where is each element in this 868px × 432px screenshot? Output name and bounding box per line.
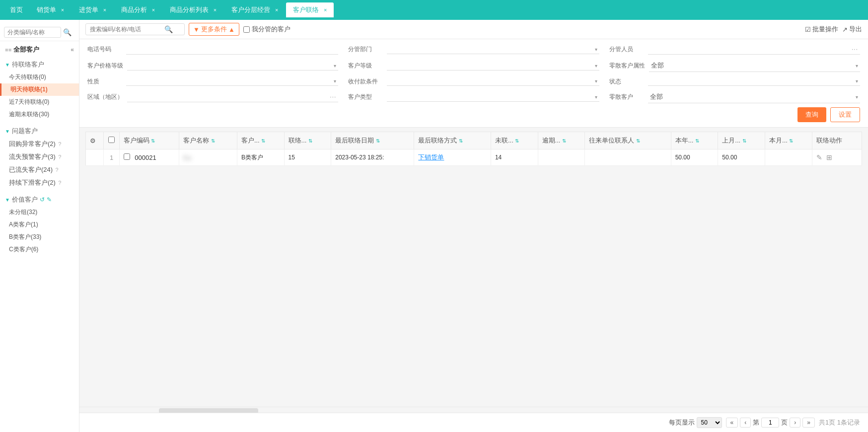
nav-item-customer-contact[interactable]: 客户联络 × xyxy=(286,2,334,17)
action-icons: ✎ ⊞ xyxy=(816,153,858,161)
sidebar-search-icon[interactable]: 🔍 xyxy=(63,28,72,36)
filter-select-customer-type[interactable]: ▾ xyxy=(387,93,599,102)
sidebar-group-value-title[interactable]: ▼ 价值客户 ↺ ✎ xyxy=(0,193,79,206)
nav-item-salesorder[interactable]: 销货单 × xyxy=(30,2,71,17)
arrow-icon-clevel: ▾ xyxy=(595,63,597,69)
nav-item-purchaseorder[interactable]: 进货单 × xyxy=(72,2,113,17)
filter-select-payment[interactable]: ▾ xyxy=(387,77,599,86)
sidebar-search-input[interactable] xyxy=(4,27,61,38)
page-size-select[interactable]: 50 10 20 100 xyxy=(697,417,722,428)
value-edit-icon[interactable]: ✎ xyxy=(47,196,52,203)
sidebar-item-today[interactable]: 今天待联络(0) xyxy=(0,71,79,83)
th-last-month[interactable]: 上月... ⇅ xyxy=(718,132,765,149)
sidebar-group-problem-title[interactable]: ▼ 问题客户 xyxy=(0,125,79,138)
sidebar-item-churned[interactable]: 已流失客户(24) ? xyxy=(0,163,79,176)
th-last-method[interactable]: 最后联络方式 ⇅ xyxy=(414,132,491,149)
th-overdue[interactable]: 逾期... ⇅ xyxy=(538,132,585,149)
filter-row-status: 状态 ▾ xyxy=(609,77,860,86)
filter-select-nature[interactable]: ▾ xyxy=(126,77,338,86)
sidebar-item-a-class[interactable]: A类客户(1) xyxy=(0,218,79,231)
nav-home[interactable]: 首页 xyxy=(4,2,29,17)
th-last-date[interactable]: 最后联络日期 ⇅ xyxy=(331,132,414,149)
first-page-btn[interactable]: « xyxy=(726,418,738,428)
nav-close-customer-contact[interactable]: × xyxy=(324,7,327,13)
td-last-date: 2023-05-23 18:25: xyxy=(331,149,414,166)
row-checkbox[interactable] xyxy=(124,153,130,160)
td-last-method: 下销货单 xyxy=(414,149,491,166)
help-icon-1[interactable]: ? xyxy=(58,154,61,160)
sidebar-collapse-icon[interactable]: « xyxy=(71,46,74,53)
export-btn[interactable]: ↗ 导出 xyxy=(842,25,862,34)
search-input[interactable] xyxy=(90,26,164,33)
help-icon-2[interactable]: ? xyxy=(55,167,58,173)
filter-select-customer-level[interactable]: ▾ xyxy=(387,62,599,71)
my-customers-checkbox[interactable] xyxy=(243,26,250,33)
filter-select-manager[interactable]: ··· xyxy=(648,44,860,55)
nav-close-analysis-list[interactable]: × xyxy=(214,7,217,13)
dots-icon-region: ··· xyxy=(330,93,336,100)
value-refresh-icon[interactable]: ↺ xyxy=(40,196,45,203)
search-icon[interactable]: 🔍 xyxy=(164,25,173,33)
th-this-year[interactable]: 本年... ⇅ xyxy=(671,132,718,149)
table-wrap: ⚙ 客户编码 ⇅ 客户名称 ⇅ xyxy=(79,128,868,407)
th-this-month[interactable]: 本月... ⇅ xyxy=(765,132,812,149)
arrow-icon-retail-attr: ▾ xyxy=(856,63,858,69)
grid-action-icon[interactable]: ⊞ xyxy=(826,153,832,161)
nav-item-analysis-list[interactable]: 商品分析列表 × xyxy=(163,2,223,17)
sidebar-item-b-class[interactable]: B类客户(33) xyxy=(0,231,79,243)
sidebar-item-churn-warning[interactable]: 流失预警客户(3) ? xyxy=(0,150,79,163)
help-icon-0[interactable]: ? xyxy=(58,141,61,147)
last-method-link[interactable]: 下销货单 xyxy=(418,153,444,161)
query-btn[interactable]: 查询 xyxy=(797,107,826,122)
sidebar-item-declining[interactable]: 持续下滑客户(2) ? xyxy=(0,176,79,189)
td-this-month xyxy=(765,149,812,166)
sidebar-item-7days[interactable]: 近7天待联络(0) xyxy=(0,96,79,108)
arrow-icon-nature: ▾ xyxy=(334,78,336,84)
th-type[interactable]: 客户... ⇅ xyxy=(237,132,284,149)
td-checkbox: 000021 xyxy=(120,149,179,166)
page-input[interactable] xyxy=(761,418,779,428)
select-all-checkbox[interactable] xyxy=(108,137,115,143)
filter-select-dept[interactable]: ▾ xyxy=(387,45,599,54)
nav-close-purchaseorder[interactable]: × xyxy=(103,7,106,13)
settings-icon[interactable]: ⚙ xyxy=(90,137,96,144)
filter-select-region[interactable]: ··· xyxy=(127,92,338,102)
table-row: 1 000021 Ea B类客户 15 2023-05-23 18:25: xyxy=(86,149,862,166)
sidebar-all-customers[interactable]: ■■ 全部客户 « xyxy=(0,41,79,56)
th-unit-contact[interactable]: 往来单位联系人 ⇅ xyxy=(585,132,671,149)
nav-close-salesorder[interactable]: × xyxy=(61,7,64,13)
filter-select-retail-attr[interactable]: 全部 ▾ xyxy=(649,60,860,72)
nav-item-customer-mgmt[interactable]: 客户分层经营 × xyxy=(224,2,285,17)
th-contact-count[interactable]: 联络... ⇅ xyxy=(284,132,331,149)
more-filter-btn[interactable]: ▼ 更多条件 ▲ xyxy=(189,23,239,36)
sidebar-group-problem: ▼ 问题客户 回购异常客户(2) ? 流失预警客户(3) ? 已流失客户(24)… xyxy=(0,123,79,191)
prev-page-btn[interactable]: ‹ xyxy=(740,418,751,428)
sidebar-item-ungrouped[interactable]: 未分组(32) xyxy=(0,206,79,218)
batch-op-btn[interactable]: ☑ 批量操作 xyxy=(805,25,838,34)
th-name[interactable]: 客户名称 ⇅ xyxy=(179,132,237,149)
filter-select-status[interactable]: ▾ xyxy=(648,77,860,86)
sidebar-item-c-class[interactable]: C类客户(6) xyxy=(0,243,79,256)
sidebar-item-abnormal[interactable]: 回购异常客户(2) ? xyxy=(0,138,79,150)
th-settings[interactable]: ⚙ xyxy=(86,132,104,149)
sidebar-group-pending-title[interactable]: ▼ 待联络客户 xyxy=(0,58,79,71)
filter-select-price-level[interactable]: ▾ xyxy=(127,62,338,71)
next-page-btn[interactable]: › xyxy=(790,418,800,428)
export-icon: ↗ xyxy=(842,26,848,33)
nav-item-analysis[interactable]: 商品分析 × xyxy=(114,2,162,17)
edit-action-icon[interactable]: ✎ xyxy=(816,153,822,161)
sort-icon-unc: ⇅ xyxy=(515,138,519,144)
table-header-row: ⚙ 客户编码 ⇅ 客户名称 ⇅ xyxy=(86,132,862,149)
th-code[interactable]: 客户编码 ⇅ xyxy=(120,132,179,149)
nav-close-customer-mgmt[interactable]: × xyxy=(275,7,278,13)
set-btn[interactable]: 设置 xyxy=(830,107,860,122)
last-page-btn[interactable]: » xyxy=(802,418,815,428)
nav-close-analysis[interactable]: × xyxy=(152,7,155,13)
dots-icon-manager: ··· xyxy=(852,46,858,53)
top-nav: 首页 销货单 × 进货单 × 商品分析 × 商品分析列表 × 客户分层经营 × … xyxy=(0,0,868,20)
sidebar-item-overdue[interactable]: 逾期未联络(30) xyxy=(0,108,79,121)
sidebar-item-tomorrow[interactable]: 明天待联络(1) xyxy=(0,83,79,96)
th-uncontacted[interactable]: 未联... ⇅ xyxy=(491,132,538,149)
help-icon-3[interactable]: ? xyxy=(58,180,61,186)
filter-select-retail[interactable]: 全部 ▾ xyxy=(648,91,860,103)
